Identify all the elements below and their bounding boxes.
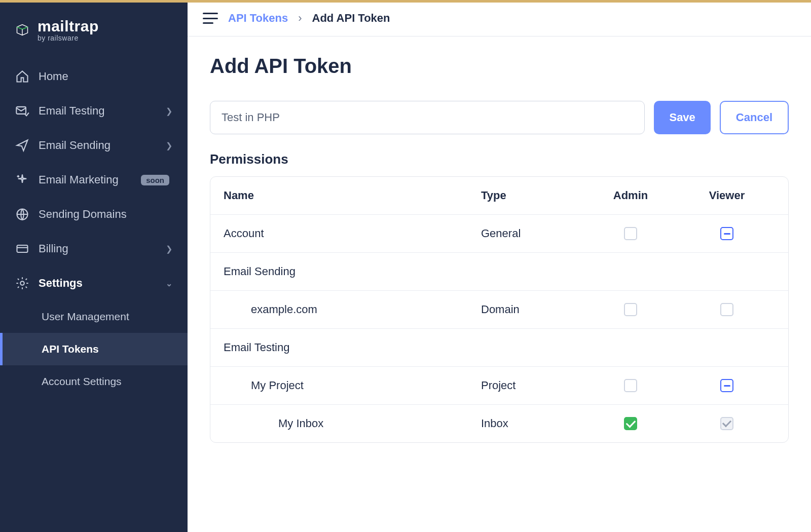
sidebar-sub-account-settings[interactable]: Account Settings	[0, 365, 188, 398]
sidebar-item-settings[interactable]: Settings ⌄	[0, 266, 188, 300]
brand-sub: by railsware	[38, 34, 99, 42]
sidebar-item-label: Settings	[39, 277, 157, 290]
sidebar-item-email-sending[interactable]: Email Sending ❯	[0, 128, 188, 163]
row-type: General	[481, 227, 582, 240]
chevron-right-icon: ❯	[166, 141, 172, 150]
col-type: Type	[481, 189, 582, 202]
sidebar-item-label: Email Testing	[39, 104, 157, 118]
logo-icon	[15, 23, 29, 37]
chevron-right-icon: ❯	[166, 106, 172, 116]
page-title: Add API Token	[210, 55, 789, 78]
home-icon	[15, 69, 29, 84]
logo: mailtrap by railsware	[0, 14, 188, 59]
permission-checkbox[interactable]	[624, 227, 637, 240]
main: API Tokens › Add API Token Add API Token…	[188, 3, 811, 532]
permission-checkbox[interactable]	[720, 303, 733, 316]
token-form-row: Save Cancel	[210, 101, 789, 134]
sparkles-icon	[15, 173, 29, 187]
chevron-down-icon: ⌄	[166, 279, 172, 288]
permissions-title: Permissions	[210, 151, 789, 167]
permissions-header: Name Type Admin Viewer	[210, 177, 788, 215]
settings-submenu: User Management API Tokens Account Setti…	[0, 300, 188, 398]
sidebar-item-label: User Management	[42, 311, 172, 323]
sidebar-sub-api-tokens[interactable]: API Tokens	[0, 333, 188, 365]
row-name: My Project	[224, 379, 481, 392]
row-name: My Inbox	[224, 417, 481, 430]
sidebar-item-home[interactable]: Home	[0, 59, 188, 94]
sidebar-item-billing[interactable]: Billing ❯	[0, 232, 188, 266]
row-type: Inbox	[481, 417, 582, 430]
chevron-right-icon: ❯	[166, 244, 172, 254]
breadcrumb-sep: ›	[298, 12, 302, 25]
table-row: example.comDomain	[210, 291, 788, 329]
gear-icon	[15, 276, 29, 290]
table-row: Email Sending	[210, 253, 788, 291]
permission-checkbox[interactable]	[720, 379, 733, 392]
table-row: Email Testing	[210, 329, 788, 367]
sidebar-item-label: Billing	[39, 242, 157, 255]
permissions-table: Name Type Admin Viewer AccountGeneralEma…	[210, 176, 789, 443]
table-row: My InboxInbox	[210, 405, 788, 442]
brand-name: mailtrap	[38, 18, 99, 35]
cancel-button[interactable]: Cancel	[720, 101, 789, 134]
sidebar-item-email-marketing[interactable]: Email Marketing soon	[0, 163, 188, 197]
send-icon	[15, 138, 29, 153]
permission-checkbox[interactable]	[624, 303, 637, 316]
sidebar-item-sending-domains[interactable]: Sending Domains	[0, 197, 188, 232]
row-name: Email Testing	[224, 341, 481, 354]
table-row: AccountGeneral	[210, 215, 788, 253]
sidebar-item-email-testing[interactable]: Email Testing ❯	[0, 94, 188, 128]
token-name-input[interactable]	[210, 101, 645, 134]
table-row: My ProjectProject	[210, 367, 788, 405]
row-name: example.com	[224, 303, 481, 316]
mail-check-icon	[15, 104, 29, 118]
menu-toggle-icon[interactable]	[203, 13, 218, 24]
nav: Home Email Testing ❯ Email Sending ❯ Ema…	[0, 59, 188, 398]
breadcrumb-parent[interactable]: API Tokens	[228, 12, 288, 25]
sidebar-sub-user-management[interactable]: User Management	[0, 300, 188, 333]
sidebar-item-label: Sending Domains	[39, 208, 172, 221]
sidebar-item-label: Account Settings	[42, 375, 172, 388]
save-button[interactable]: Save	[654, 101, 710, 134]
row-type: Domain	[481, 303, 582, 316]
sidebar-item-label: Email Sending	[39, 139, 157, 152]
col-admin: Admin	[582, 189, 679, 202]
breadcrumb-current: Add API Token	[312, 12, 390, 25]
topbar: API Tokens › Add API Token	[188, 3, 811, 36]
globe-icon	[15, 207, 29, 221]
row-name: Email Sending	[224, 265, 481, 278]
card-icon	[15, 242, 29, 256]
permission-checkbox[interactable]	[720, 227, 733, 240]
svg-rect-2	[17, 245, 28, 252]
permission-checkbox[interactable]	[624, 379, 637, 392]
col-viewer: Viewer	[679, 189, 775, 202]
row-type: Project	[481, 379, 582, 392]
sidebar-item-label: Home	[39, 70, 172, 83]
sidebar-item-label: Email Marketing	[39, 173, 132, 186]
svg-point-3	[20, 281, 24, 285]
col-name: Name	[224, 189, 481, 202]
sidebar-item-label: API Tokens	[42, 343, 172, 355]
permission-checkbox[interactable]	[624, 417, 637, 430]
content: Add API Token Save Cancel Permissions Na…	[188, 36, 811, 461]
soon-badge: soon	[141, 175, 169, 185]
row-name: Account	[224, 227, 481, 240]
permission-checkbox[interactable]	[720, 417, 733, 430]
sidebar: mailtrap by railsware Home Email Testing…	[0, 3, 188, 532]
